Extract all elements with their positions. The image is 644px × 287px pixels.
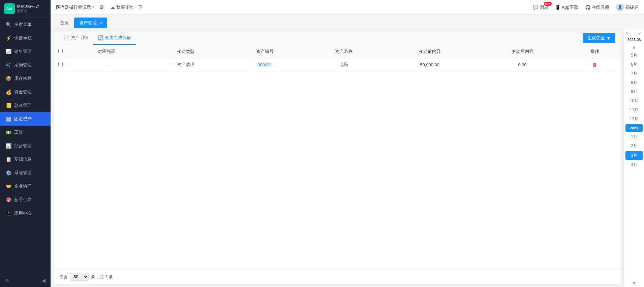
app-download-label: App下载	[562, 4, 578, 10]
sidebar-label-sales: 销售管理	[14, 49, 32, 55]
sidebar-label-operations: 经营管理	[14, 143, 32, 149]
cal-month-11月[interactable]: 11月	[624, 105, 644, 115]
col-change-type: 变动类型	[146, 45, 225, 58]
cal-month-9月[interactable]: 9月	[624, 87, 644, 96]
generate-btn-arrow-icon: ▼	[606, 36, 611, 41]
cloud-icon: ☁	[111, 5, 115, 10]
online-service-label: 在线客服	[592, 4, 609, 10]
sidebar-item-funds[interactable]: 💰资金管理	[0, 85, 51, 99]
tab-home[interactable]: 首页	[56, 18, 73, 28]
cal-month-12月[interactable]: 12月	[624, 115, 644, 124]
tab-asset-management[interactable]: 资产管理 ×	[74, 18, 107, 28]
cal-month-3月[interactable]: 3月	[625, 151, 643, 160]
basic-info-icon: 📋	[5, 156, 11, 162]
company-chevron-icon: ▾	[92, 5, 94, 9]
app-download-item[interactable]: 📱 App下载	[555, 4, 578, 10]
generate-voucher-button[interactable]: 生成凭证 ▼	[583, 33, 615, 43]
settings-icon[interactable]: ⚙	[5, 278, 9, 284]
calendar-year-label: 2023.03	[624, 36, 644, 43]
app-download-icon: 📱	[555, 5, 560, 10]
sidebar-toggle-icon[interactable]: ◀	[42, 278, 46, 284]
col-checkbox	[54, 45, 67, 58]
cal-year-tag[interactable]: 2023	[625, 124, 643, 132]
table-row: -- 资产清理 000001 电脑 50,000.00 0.00 🗑	[54, 58, 621, 71]
cal-month-7月[interactable]: 7月	[624, 69, 644, 78]
row-asset-code: 000001	[225, 58, 304, 71]
logo-title: 畅捷通好业财	[17, 4, 39, 9]
row-after-change: 0.00	[476, 58, 569, 71]
row-asset-name: 电脑	[304, 58, 384, 71]
tab-asset-label: 资产管理	[79, 20, 97, 25]
guide-icon: 🎯	[5, 197, 11, 203]
row-operation: 🗑	[569, 58, 621, 71]
table-body: -- 资产清理 000001 电脑 50,000.00 0.00 🗑	[54, 58, 621, 71]
logo-subtitle: 普及版	[17, 9, 39, 13]
content-area: 📄 资产明细 🔄 变更生成凭证 生成凭证 ▼	[53, 31, 621, 284]
sidebar-item-fixed-assets[interactable]: 🏢固定资产	[0, 112, 51, 126]
online-service-item[interactable]: 🎧 在线客服	[585, 4, 609, 10]
calendar-down-icon[interactable]: ▼	[624, 279, 644, 287]
calendar-up-icon[interactable]: ▲	[624, 43, 644, 51]
sidebar-label-fixed-assets: 固定资产	[14, 116, 32, 122]
calendar-header: × ⤢	[624, 28, 644, 36]
cal-month-8月[interactable]: 8月	[624, 78, 644, 87]
table-wrapper: 对应凭证 变动类型 资产编号 资产名称 变动前内容 变动后内容 操作 --	[54, 45, 621, 269]
search-icon: 🔍	[5, 22, 11, 28]
sidebar-item-search[interactable]: 🔍搜索菜单	[0, 18, 51, 31]
cal-month-5月[interactable]: 5月	[624, 51, 644, 60]
sidebar-item-ledger[interactable]: 📒总账管理	[0, 99, 51, 112]
sidebar-item-purchase[interactable]: 🛒采购管理	[0, 58, 51, 72]
sidebar-label-search: 搜索菜单	[14, 22, 32, 28]
message-icon: 💬	[533, 5, 538, 10]
sidebar-bottom: ⚙ ◀	[0, 274, 51, 287]
calendar-close-icon[interactable]: ×	[626, 30, 629, 36]
col-voucher: 对应凭证	[67, 45, 146, 58]
row-checkbox-0[interactable]	[58, 62, 63, 66]
sidebar-item-basic-info[interactable]: 📋基础信息	[0, 153, 51, 166]
sidebar-item-operations[interactable]: 📊经营管理	[0, 139, 51, 153]
cal-month-2月[interactable]: 2月	[624, 141, 644, 151]
calendar-month-list: 5月6月7月8月9月10月11月12月20231月2月3月4月	[624, 51, 644, 279]
cal-month-6月[interactable]: 6月	[624, 60, 644, 69]
fixed-assets-icon: 🏢	[5, 116, 11, 122]
logo-text-block: 畅捷通好业财 普及版	[17, 4, 39, 13]
cal-month-4月[interactable]: 4月	[624, 160, 644, 169]
col-asset-code: 资产编号	[225, 45, 304, 58]
cal-month-10月[interactable]: 10月	[624, 96, 644, 105]
sidebar-label-system: 系统管理	[14, 170, 32, 176]
online-service-icon: 🎧	[585, 5, 590, 10]
sidebar-item-quick-nav[interactable]: ⚡快捷导航	[0, 31, 51, 45]
experience-button[interactable]: ☁ 我要体验一下	[111, 4, 143, 10]
sidebar-item-system[interactable]: ⚙️系统管理	[0, 166, 51, 180]
company-selector[interactable]: 医疗器械行业演示 ▾	[56, 4, 94, 10]
sidebar-label-ledger: 总账管理	[14, 102, 32, 108]
select-all-checkbox[interactable]	[58, 49, 63, 53]
sidebar-item-salary[interactable]: 💵工资	[0, 126, 51, 139]
delete-icon[interactable]: 🗑	[592, 62, 597, 68]
message-item[interactable]: 💬 消息 99+	[533, 4, 548, 10]
sidebar-item-inventory[interactable]: 📦库存核算	[0, 72, 51, 85]
sidebar-item-enterprise[interactable]: 🤝企业协同	[0, 180, 51, 193]
change-voucher-label: 变更生成凭证	[105, 35, 131, 41]
sidebar-item-guide[interactable]: 🎯新手引导	[0, 193, 51, 206]
sidebar-label-salary: 工资	[14, 129, 23, 135]
sidebar-item-app-center[interactable]: 📱应用中心	[0, 206, 51, 220]
tab-close-icon[interactable]: ×	[100, 21, 102, 25]
cal-month-1月[interactable]: 1月	[624, 132, 644, 141]
sidebar-label-funds: 资金管理	[14, 89, 32, 95]
per-page-select[interactable]: 50 10 20 100	[70, 273, 89, 281]
row-voucher: --	[67, 58, 146, 71]
sub-tab-asset-detail[interactable]: 📄 资产明细	[59, 31, 93, 45]
operations-icon: 📊	[5, 143, 11, 149]
user-item[interactable]: 👤 畅捷通	[616, 3, 639, 11]
sidebar-label-quick-nav: 快捷导航	[14, 35, 32, 41]
row-change-type: 资产清理	[146, 58, 225, 71]
sidebar-item-sales[interactable]: 📈销售管理	[0, 45, 51, 58]
sub-tab-change-voucher[interactable]: 🔄 变更生成凭证	[93, 31, 136, 45]
sidebar-label-guide: 新手引导	[14, 197, 32, 203]
quick-nav-icon: ⚡	[5, 35, 11, 41]
header-settings-icon[interactable]: ⚙	[99, 4, 104, 10]
col-operation: 操作	[569, 45, 621, 58]
table-header-row: 对应凭证 变动类型 资产编号 资产名称 变动前内容 变动后内容 操作	[54, 45, 621, 58]
calendar-expand-icon[interactable]: ⤢	[638, 30, 642, 36]
